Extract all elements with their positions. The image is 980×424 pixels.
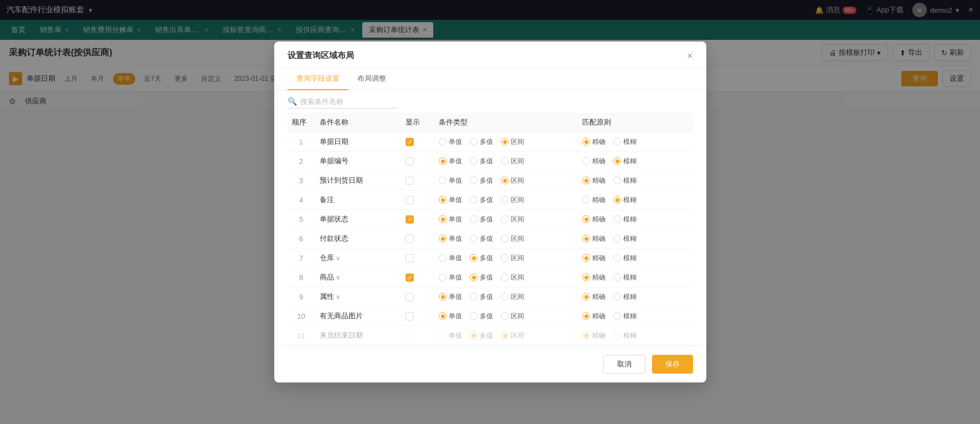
search-input[interactable]	[300, 97, 398, 106]
dialog-title: 设置查询区域布局	[288, 50, 354, 61]
search-box: 🔍	[288, 97, 398, 108]
modal-overlay: 设置查询区域布局 × 查询字段设置 布局调整 🔍 顺序	[0, 0, 980, 111]
dialog-header: 设置查询区域布局 ×	[274, 42, 706, 68]
dialog-tabs: 查询字段设置 布局调整	[274, 68, 706, 90]
search-area: 🔍	[274, 90, 706, 111]
settings-dialog: 设置查询区域布局 × 查询字段设置 布局调整 🔍 顺序	[274, 42, 706, 111]
tab-layout-adjust[interactable]: 布局调整	[348, 68, 395, 90]
search-icon: 🔍	[288, 97, 297, 106]
dialog-close-button[interactable]: ×	[687, 51, 693, 61]
tab-layout-adjust-label: 布局调整	[357, 74, 386, 82]
tab-query-field-label: 查询字段设置	[296, 74, 340, 82]
tab-query-field[interactable]: 查询字段设置	[288, 68, 348, 90]
